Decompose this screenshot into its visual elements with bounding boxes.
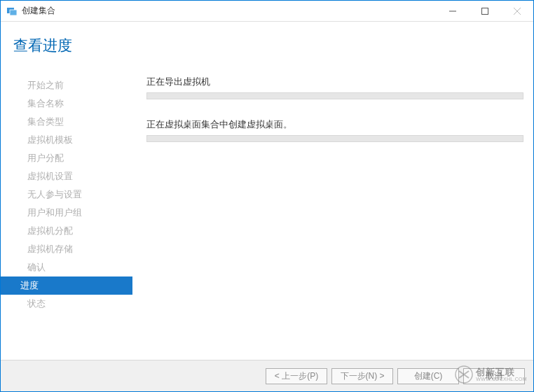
- sidebar-item-unattended-settings: 无人参与设置: [1, 186, 132, 204]
- sidebar-item-user-assignment: 用户分配: [1, 149, 132, 167]
- sidebar: 开始之前 集合名称 集合类型 虚拟机模板 用户分配 虚拟机设置 无人参与设置 用…: [1, 76, 132, 360]
- minimize-button[interactable]: [437, 1, 469, 22]
- main-panel: 正在导出虚拟机 正在虚拟桌面集合中创建虚拟桌面。: [132, 76, 533, 360]
- svg-rect-1: [10, 10, 17, 15]
- svg-rect-3: [482, 8, 488, 14]
- titlebar: 创建集合: [1, 1, 533, 22]
- footer: < 上一步(P) 下一步(N) > 创建(C) 取消: [1, 360, 533, 391]
- sidebar-item-vm-template: 虚拟机模板: [1, 131, 132, 149]
- progress-bar-create: [146, 135, 523, 142]
- next-button[interactable]: 下一步(N) >: [331, 368, 393, 384]
- body: 开始之前 集合名称 集合类型 虚拟机模板 用户分配 虚拟机设置 无人参与设置 用…: [1, 76, 533, 360]
- sidebar-item-vm-settings: 虚拟机设置: [1, 167, 132, 186]
- app-icon: [6, 6, 18, 17]
- create-button[interactable]: 创建(C): [397, 368, 459, 384]
- progress-block-export: 正在导出虚拟机: [146, 76, 523, 99]
- progress-bar-export: [146, 92, 523, 99]
- progress-label-create: 正在虚拟桌面集合中创建虚拟桌面。: [146, 119, 523, 131]
- window-title: 创建集合: [22, 5, 55, 17]
- sidebar-item-users-groups: 用户和用户组: [1, 204, 132, 222]
- sidebar-item-progress: 进度: [1, 276, 132, 295]
- cancel-button[interactable]: 取消: [463, 368, 525, 384]
- maximize-button[interactable]: [469, 1, 501, 22]
- sidebar-item-collection-type: 集合类型: [1, 113, 132, 131]
- page-title: 查看进度: [1, 36, 533, 55]
- progress-block-create: 正在虚拟桌面集合中创建虚拟桌面。: [146, 119, 523, 142]
- sidebar-item-vm-storage: 虚拟机存储: [1, 240, 132, 258]
- sidebar-item-before-start: 开始之前: [1, 76, 132, 94]
- sidebar-item-status: 状态: [1, 295, 132, 313]
- sidebar-item-vm-assignment: 虚拟机分配: [1, 222, 132, 240]
- sidebar-item-confirm: 确认: [1, 258, 132, 276]
- prev-button[interactable]: < 上一步(P): [266, 368, 327, 384]
- close-button[interactable]: [501, 1, 533, 22]
- progress-label-export: 正在导出虚拟机: [146, 76, 523, 88]
- sidebar-item-collection-name: 集合名称: [1, 94, 132, 113]
- content: 查看进度 开始之前 集合名称 集合类型 虚拟机模板 用户分配 虚拟机设置 无人参…: [1, 22, 533, 360]
- wizard-window: 创建集合 查看进度 开始之前 集合名称 集合类型 虚拟机模板 用户分配 虚拟机设…: [0, 0, 534, 392]
